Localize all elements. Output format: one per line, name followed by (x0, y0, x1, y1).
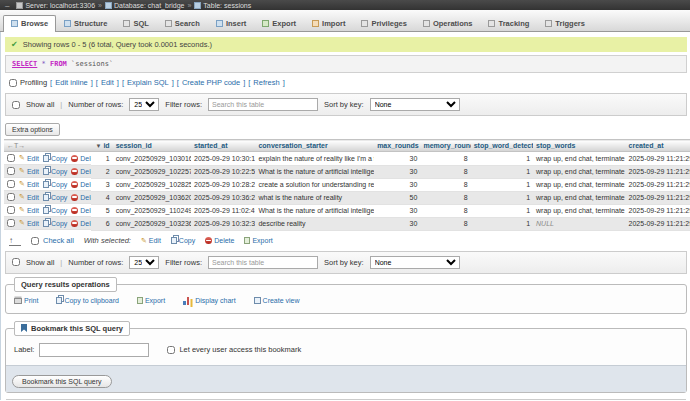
copy-to-clipboard-link[interactable]: Copy to clipboard (56, 297, 118, 304)
display-chart-link[interactable]: Display chart (183, 297, 235, 305)
delete-row-link[interactable]: Delete (71, 207, 90, 214)
row-checkbox[interactable] (7, 167, 15, 175)
column-header-started-at[interactable]: started_at (191, 140, 255, 152)
number-of-rows-select[interactable]: 25 (129, 98, 159, 111)
filter-rows-input[interactable] (208, 98, 318, 111)
delete-row-link[interactable]: Delete (71, 194, 90, 201)
number-of-rows-select[interactable]: 25 (129, 256, 159, 269)
delete-row-link[interactable]: Delete (71, 168, 90, 175)
cell-stop-words: NULL (533, 217, 626, 230)
edit-row-link[interactable]: ✎Edit (19, 219, 39, 227)
tab-triggers[interactable]: Triggers (537, 15, 593, 32)
tab-operations[interactable]: Operations (415, 15, 481, 32)
edit-link[interactable]: Edit (101, 78, 114, 87)
tab-privileges[interactable]: Privileges (353, 15, 414, 32)
copy-row-link[interactable]: Copy (43, 194, 67, 201)
copy-icon (43, 207, 49, 214)
delete-row-link[interactable]: Delete (71, 220, 90, 227)
breadcrumb-database[interactable]: Database: chat_bridge (105, 2, 184, 9)
row-checkbox[interactable] (7, 206, 15, 214)
profiling-checkbox[interactable] (9, 79, 17, 87)
cell-stop-word-detection: 1 (471, 165, 533, 178)
delete-row-link[interactable]: Delete (71, 155, 90, 162)
edit-row-link[interactable]: ✎Edit (19, 206, 39, 214)
column-header-stop-word-detection[interactable]: stop_word_detection (471, 140, 533, 152)
refresh-link[interactable]: Refresh (253, 78, 279, 87)
column-header-max-rounds[interactable]: max_rounds (374, 140, 420, 152)
column-header-id[interactable]: ▼ id (91, 140, 113, 152)
print-icon (14, 298, 22, 304)
delete-row-link[interactable]: Delete (71, 181, 90, 188)
tab-insert[interactable]: Insert (208, 15, 254, 32)
bookmark-access-checkbox[interactable] (167, 346, 175, 354)
cell-conversation-starter: create a solution for understanding real… (255, 178, 374, 191)
export-link[interactable]: Export (137, 297, 165, 304)
row-checkbox[interactable] (7, 193, 15, 201)
breadcrumb-table[interactable]: Table: sessions (194, 2, 251, 9)
column-options-header[interactable]: ←T→ (4, 140, 91, 152)
show-all-checkbox[interactable] (12, 101, 20, 109)
column-header-created-at[interactable]: created_at (626, 140, 690, 152)
bookmark-label-input[interactable] (39, 343, 149, 357)
edit-row-link[interactable]: ✎Edit (19, 154, 39, 162)
with-selected-copy[interactable]: Copy (171, 237, 195, 244)
sort-by-key-select[interactable]: None (370, 256, 460, 269)
tab-import[interactable]: Import (304, 15, 353, 32)
cell-created-at: 2025-09-29 11:21:29 (626, 191, 690, 204)
bookmark-submit-button[interactable]: Bookmark this SQL query (12, 375, 112, 388)
edit-row-link[interactable]: ✎Edit (19, 193, 39, 201)
edit-row-link[interactable]: ✎Edit (19, 180, 39, 188)
column-header-memory-rounds[interactable]: memory_rounds (420, 140, 470, 152)
create-view-link[interactable]: Create view (254, 297, 300, 304)
copy-row-link[interactable]: Copy (43, 207, 67, 214)
copy-row-link[interactable]: Copy (43, 168, 67, 175)
check-all-checkbox[interactable] (31, 237, 39, 245)
privileges-icon (361, 20, 368, 27)
browse-toolbar-top: Show all | Number of rows: 25 Filter row… (5, 93, 687, 116)
table-row: ✎Edit Copy Delete 6 conv_20250929_103236… (4, 217, 690, 230)
delete-icon (71, 207, 78, 214)
cell-created-at: 2025-09-29 11:21:29 (626, 165, 690, 178)
with-selected-edit[interactable]: ✎Edit (141, 237, 161, 245)
with-selected-delete[interactable]: Delete (205, 237, 234, 244)
edit-inline-link[interactable]: Edit inline (55, 78, 88, 87)
create-php-code-link[interactable]: Create PHP code (182, 78, 240, 87)
create-view-icon (254, 297, 261, 304)
copy-row-link[interactable]: Copy (43, 220, 67, 227)
menu-collapse-icon[interactable]: – (5, 1, 9, 10)
check-all-link[interactable]: Check all (43, 236, 74, 245)
extra-options-button[interactable]: Extra options (5, 123, 60, 136)
bookmark-section: Bookmark this SQL query Label: Let every… (5, 328, 687, 393)
tab-sql[interactable]: SQL (115, 15, 156, 32)
tab-export[interactable]: Export (254, 15, 304, 32)
column-header-session-id[interactable]: session_id (113, 140, 191, 152)
cell-max-rounds: 50 (374, 191, 420, 204)
sql-select-keyword[interactable]: SELECT (12, 60, 37, 68)
sort-by-key-select[interactable]: None (370, 98, 460, 111)
tab-structure[interactable]: Structure (56, 15, 115, 32)
cell-conversation-starter: what is the nature of reality (255, 191, 374, 204)
with-selected-export[interactable]: Export (244, 237, 272, 244)
profiling-label: Profiling (20, 78, 47, 87)
tab-browse[interactable]: Browse (3, 15, 56, 32)
filter-rows-label: Filter rows: (165, 258, 202, 267)
row-checkbox[interactable] (7, 219, 15, 227)
print-link[interactable]: Print (14, 297, 38, 304)
edit-row-link[interactable]: ✎Edit (19, 167, 39, 175)
edit-icon: ✎ (19, 167, 25, 175)
edit-icon: ✎ (141, 237, 147, 245)
explain-sql-link[interactable]: Explain SQL (127, 78, 169, 87)
column-header-stop-words[interactable]: stop_words (533, 140, 626, 152)
row-checkbox[interactable] (7, 154, 15, 162)
column-header-conversation-starter[interactable]: conversation_starter (255, 140, 374, 152)
row-checkbox[interactable] (7, 180, 15, 188)
profiling-row: Profiling [Edit inline] [Edit] [Explain … (4, 75, 688, 91)
breadcrumb-server[interactable]: Server: localhost:3306 (16, 2, 95, 9)
cell-max-rounds: 30 (374, 217, 420, 230)
tab-tracking[interactable]: Tracking (480, 15, 537, 32)
copy-row-link[interactable]: Copy (43, 181, 67, 188)
filter-rows-input[interactable] (208, 256, 318, 269)
show-all-checkbox[interactable] (12, 258, 20, 266)
copy-row-link[interactable]: Copy (43, 155, 67, 162)
tab-search[interactable]: Search (157, 15, 208, 32)
